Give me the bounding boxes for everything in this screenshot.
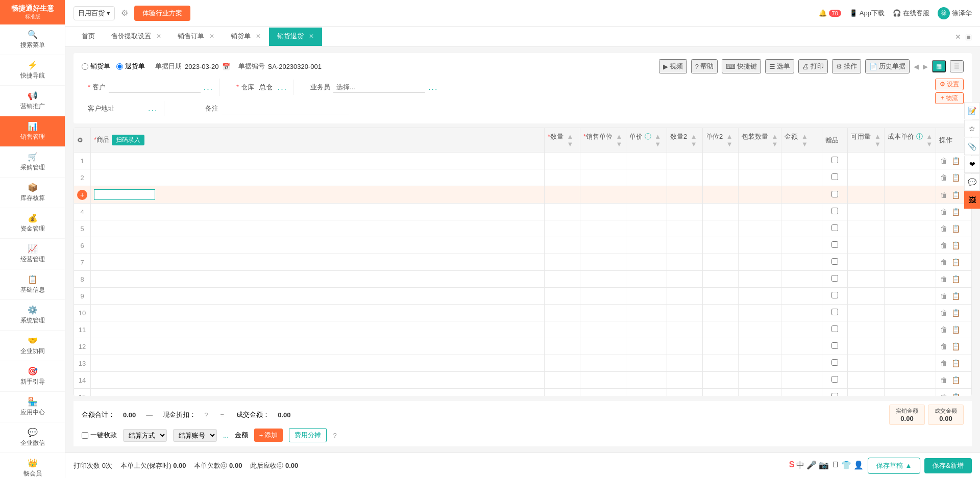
cell-pack-5[interactable] xyxy=(738,220,781,237)
cell-avail-2[interactable] xyxy=(848,169,885,186)
cell-qty-6[interactable] xyxy=(544,237,580,254)
cell-qty2-3[interactable] xyxy=(667,186,702,204)
cell-cost-1[interactable] xyxy=(884,153,936,169)
operation-btn[interactable]: ⚙ 操作 xyxy=(832,59,861,73)
cell-amount-2[interactable] xyxy=(781,169,822,186)
cell-avail-1[interactable] xyxy=(848,153,885,169)
one-key-checkbox[interactable] xyxy=(82,432,88,439)
tabs-close-all[interactable]: ✕ xyxy=(955,33,961,41)
add-row-btn[interactable]: + xyxy=(77,190,87,200)
sidebar-item-newbie[interactable]: 🎯 新手引导 xyxy=(0,361,65,392)
salesperson-dots[interactable]: ... xyxy=(428,83,438,92)
float-heart-icon[interactable]: ❤ xyxy=(964,156,980,173)
logistics-side-btn[interactable]: + 物流 xyxy=(935,92,964,104)
float-star-icon[interactable]: ☆ xyxy=(964,120,980,137)
cell-avail-5[interactable] xyxy=(848,220,885,237)
sidebar-item-shortcut[interactable]: ⚡ 快捷导航 xyxy=(0,55,65,86)
cell-price-6[interactable] xyxy=(626,237,667,254)
gear-icon[interactable]: ⚙ xyxy=(77,136,83,144)
tab-sales-order-close[interactable]: ✕ xyxy=(209,33,214,40)
cell-product-15[interactable] xyxy=(91,389,545,396)
nav-prev[interactable]: ◀ xyxy=(914,63,919,70)
cell-pack-2[interactable] xyxy=(738,169,781,186)
category-select[interactable]: 日用百货 ▾ xyxy=(74,6,115,20)
warehouse-dots[interactable]: ... xyxy=(278,83,287,92)
cell-gift-11[interactable] xyxy=(822,321,848,338)
cell-price-3[interactable] xyxy=(626,186,667,204)
cell-unit2-8[interactable] xyxy=(702,271,738,288)
account-select[interactable]: 结算账号 xyxy=(173,429,217,442)
gift-checkbox-1[interactable] xyxy=(831,157,838,163)
tab-sales[interactable]: 销货单 ✕ xyxy=(223,28,269,46)
cell-qty-13[interactable] xyxy=(544,355,580,372)
cell-unit-13[interactable] xyxy=(580,355,626,372)
cell-cost-13[interactable] xyxy=(884,355,936,372)
tab-sales-close[interactable]: ✕ xyxy=(256,33,261,40)
tab-price-extract-close[interactable]: ✕ xyxy=(156,33,161,40)
delete-row-2[interactable]: 🗑 xyxy=(939,172,948,183)
float-clip-icon[interactable]: 📎 xyxy=(964,138,980,155)
cell-qty-11[interactable] xyxy=(544,321,580,338)
cell-unit2-2[interactable] xyxy=(702,169,738,186)
copy-row-5[interactable]: 📋 xyxy=(950,223,961,234)
cell-amount-14[interactable] xyxy=(781,372,822,389)
gift-checkbox-3[interactable] xyxy=(831,191,838,197)
cell-cost-14[interactable] xyxy=(884,372,936,389)
cell-unit2-15[interactable] xyxy=(702,389,738,396)
calendar-icon[interactable]: 📅 xyxy=(222,63,230,70)
gift-checkbox-10[interactable] xyxy=(831,309,838,315)
cell-price-15[interactable] xyxy=(626,389,667,396)
cell-unit2-9[interactable] xyxy=(702,288,738,305)
delete-row-9[interactable]: 🗑 xyxy=(939,291,948,301)
cell-unit2-10[interactable] xyxy=(702,305,738,321)
cell-unit2-1[interactable] xyxy=(702,153,738,169)
topbar-gear-icon[interactable]: ⚙ xyxy=(121,8,128,18)
sidebar-item-wechat[interactable]: 💬 企业微信 xyxy=(0,422,65,453)
cell-amount-9[interactable] xyxy=(781,288,822,305)
delete-row-3[interactable]: 🗑 xyxy=(939,190,948,200)
cell-amount-7[interactable] xyxy=(781,254,822,271)
cell-unit-4[interactable] xyxy=(580,204,626,220)
customer-input[interactable] xyxy=(109,82,201,93)
radio-return-input[interactable] xyxy=(116,63,123,70)
cell-gift-8[interactable] xyxy=(822,271,848,288)
cell-price-4[interactable] xyxy=(626,204,667,220)
gift-checkbox-9[interactable] xyxy=(831,292,838,298)
nav-next[interactable]: ▶ xyxy=(923,63,928,70)
cell-qty2-2[interactable] xyxy=(667,169,702,186)
product-input-3[interactable] xyxy=(94,189,155,200)
cell-cost-10[interactable] xyxy=(884,305,936,321)
cell-product-7[interactable] xyxy=(91,254,545,271)
fee-split-btn[interactable]: 费用分摊 xyxy=(289,428,327,442)
discount-help[interactable]: ? xyxy=(204,411,208,419)
cell-gift-1[interactable] xyxy=(822,153,848,169)
cell-unit-12[interactable] xyxy=(580,338,626,355)
help-btn[interactable]: ? 帮助 xyxy=(691,59,718,73)
copy-row-3[interactable]: 📋 xyxy=(950,190,961,200)
tool-shirt-icon[interactable]: 👕 xyxy=(841,460,851,471)
cell-pack-6[interactable] xyxy=(738,237,781,254)
cell-amount-5[interactable] xyxy=(781,220,822,237)
cell-unit-11[interactable] xyxy=(580,321,626,338)
cell-cost-11[interactable] xyxy=(884,321,936,338)
cell-qty2-13[interactable] xyxy=(667,355,702,372)
cell-price-12[interactable] xyxy=(626,338,667,355)
cell-pack-9[interactable] xyxy=(738,288,781,305)
cell-qty-10[interactable] xyxy=(544,305,580,321)
sidebar-item-operations[interactable]: 📈 经营管理 xyxy=(0,239,65,269)
gift-checkbox-11[interactable] xyxy=(831,325,838,332)
one-key-payment[interactable]: 一键收款 xyxy=(82,431,117,440)
cell-gift-15[interactable] xyxy=(822,389,848,396)
cell-pack-11[interactable] xyxy=(738,321,781,338)
remarks-input[interactable] xyxy=(222,103,349,114)
tool-mic-icon[interactable]: 🎤 xyxy=(806,460,817,471)
gift-checkbox-5[interactable] xyxy=(831,224,838,231)
cell-unit2-4[interactable] xyxy=(702,204,738,220)
cell-avail-15[interactable] xyxy=(848,389,885,396)
cell-gift-14[interactable] xyxy=(822,372,848,389)
cell-cost-3[interactable] xyxy=(884,186,936,204)
sidebar-item-inventory[interactable]: 📦 库存核算 xyxy=(0,178,65,208)
cell-avail-4[interactable] xyxy=(848,204,885,220)
cell-price-7[interactable] xyxy=(626,254,667,271)
cell-product-13[interactable] xyxy=(91,355,545,372)
